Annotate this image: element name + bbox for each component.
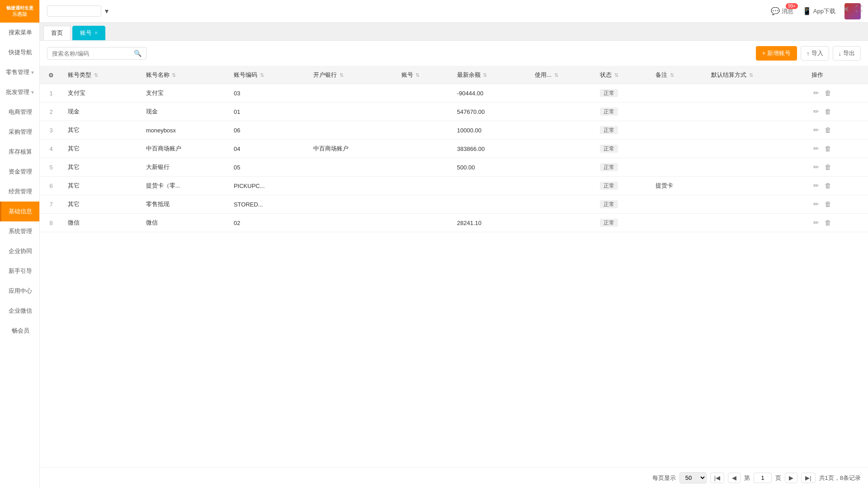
messages-button[interactable]: 💬 消息 99+ [771,7,793,15]
cell-remark [650,103,706,121]
delete-button[interactable]: 🗑 [823,125,833,135]
edit-button[interactable]: ✏ [811,88,821,98]
delete-button[interactable]: 🗑 [823,162,833,172]
export-icon: ↓ [839,50,842,57]
edit-button[interactable]: ✏ [811,199,821,209]
tab-home[interactable]: 首页 [43,26,71,40]
page-prev-button[interactable]: ◀ [728,473,741,483]
delete-button[interactable]: 🗑 [823,107,833,116]
sidebar-item-guide[interactable]: 新手引导 [0,261,39,281]
topbar-dropdown-btn[interactable]: ▾ [105,7,108,15]
col-type[interactable]: 账号类型 ⇅ [62,66,141,84]
sort-icon-account: ⇅ [415,72,420,78]
edit-button[interactable]: ✏ [811,125,821,135]
topbar-search-input[interactable] [47,5,101,17]
sidebar-item-operation[interactable]: 经营管理 [0,182,39,202]
cell-bank [308,121,396,140]
cell-code: 01 [228,103,308,121]
content-toolbar: 🔍 + 新增账号 ↑ 导入 ↓ 导出 [40,41,868,66]
cell-remark: 提货卡 [650,177,706,195]
col-usage[interactable]: 使用... ⇅ [529,66,594,84]
edit-button[interactable]: ✏ [811,107,821,117]
edit-button[interactable]: ✏ [811,218,821,228]
sidebar-item-inventory[interactable]: 库存核算 [0,142,39,162]
delete-button[interactable]: 🗑 [823,144,833,153]
sort-icon-usage: ⇅ [554,72,558,78]
cell-actions: ✏ 🗑 [806,158,868,177]
cell-bank [308,214,396,232]
page-size-select[interactable]: 50 100 200 [679,472,707,483]
cell-status: 正常 [594,177,650,195]
cell-default-payment [706,214,806,232]
col-settings[interactable]: ⚙ [40,66,62,84]
pagination: 每页显示 50 100 200 |◀ ◀ 第 页 ▶ ▶| 共1页，8条记录 [40,467,868,488]
add-account-button[interactable]: + 新增账号 [756,46,797,61]
col-default-payment[interactable]: 默认结算方式 ⇅ [706,66,806,84]
sidebar-item-wholesale[interactable]: 批发管理 ▼ [0,82,39,102]
sidebar: 畅捷通时生意 乐惠版 搜索菜单 快捷导航 零售管理 ▼ 批发管理 ▼ 电商管理 … [0,0,40,488]
maximize-tab-button[interactable]: ⛶ [854,3,864,15]
logo: 畅捷通时生意 乐惠版 [0,0,39,23]
cell-default-payment [706,158,806,177]
tab-account[interactable]: 账号 × [72,26,105,40]
cell-default-payment [706,195,806,214]
cell-default-payment [706,103,806,121]
edit-button[interactable]: ✏ [811,144,821,154]
sidebar-item-search-menu[interactable]: 搜索菜单 [0,23,39,42]
cell-name: 大新银行 [141,158,228,177]
chevron-icon: ▼ [30,90,35,95]
delete-button[interactable]: 🗑 [823,88,833,98]
cell-actions: ✏ 🗑 [806,195,868,214]
import-button[interactable]: ↑ 导入 [801,46,829,61]
sidebar-item-basic-info[interactable]: 基础信息 [0,202,39,221]
tab-close-icon[interactable]: × [94,30,98,36]
sidebar-item-enterprise[interactable]: 企业协同 [0,241,39,261]
sidebar-item-ecommerce[interactable]: 电商管理 [0,102,39,122]
cell-num: 7 [40,195,62,214]
cell-name: 提货卡（零... [141,177,228,195]
page-last-button[interactable]: ▶| [801,473,815,483]
page-first-button[interactable]: |◀ [710,473,724,483]
sidebar-item-member[interactable]: 畅会员 [0,321,39,341]
edit-button[interactable]: ✏ [811,181,821,191]
col-remark[interactable]: 备注 ⇅ [650,66,706,84]
sidebar-item-app-center[interactable]: 应用中心 [0,281,39,301]
sidebar-item-quick-nav[interactable]: 快捷导航 [0,42,39,62]
sidebar-item-finance[interactable]: 资金管理 [0,162,39,182]
app-download-button[interactable]: 📱 App下载 [802,7,835,15]
table-row: 5 其它 大新银行 05 500.00 正常 ✏ 🗑 [40,158,868,177]
table-row: 7 其它 零售抵现 STORED... 正常 ✏ 🗑 [40,195,868,214]
page-number-input[interactable] [754,473,772,483]
sidebar-item-system[interactable]: 系统管理 [0,221,39,241]
col-actions: 操作 [806,66,868,84]
sidebar-item-purchase[interactable]: 采购管理 [0,122,39,142]
delete-button[interactable]: 🗑 [823,218,833,227]
message-badge: 99+ [786,3,798,9]
col-status[interactable]: 状态 ⇅ [594,66,650,84]
cell-actions: ✏ 🗑 [806,103,868,121]
page-next-button[interactable]: ▶ [785,473,797,483]
search-icon: 🔍 [134,50,142,57]
table-row: 1 支付宝 支付宝 03 -90444.00 正常 ✏ 🗑 [40,84,868,103]
col-account[interactable]: 账号 ⇅ [396,66,452,84]
cell-default-payment [706,121,806,140]
delete-button[interactable]: 🗑 [823,199,833,209]
cell-bank: 中百商场账户 [308,140,396,158]
edit-button[interactable]: ✏ [811,162,821,172]
col-balance[interactable]: 最新余额 ⇅ [452,66,530,84]
cell-num: 8 [40,214,62,232]
col-name[interactable]: 账号名称 ⇅ [141,66,228,84]
cell-code: 05 [228,158,308,177]
sidebar-item-retail[interactable]: 零售管理 ▼ [0,62,39,82]
col-bank[interactable]: 开户银行 ⇅ [308,66,396,84]
cell-usage [529,195,594,214]
search-input[interactable] [52,50,131,57]
close-tab-button[interactable]: ✕ [841,3,851,15]
table-row: 2 现金 现金 01 547670.00 正常 ✏ 🗑 [40,103,868,121]
sidebar-item-wecom[interactable]: 企业微信 [0,301,39,321]
sort-icon-type: ⇅ [94,72,98,78]
delete-button[interactable]: 🗑 [823,181,833,190]
col-code[interactable]: 账号编码 ⇅ [228,66,308,84]
cell-type: 其它 [62,158,141,177]
export-button[interactable]: ↓ 导出 [833,46,861,61]
